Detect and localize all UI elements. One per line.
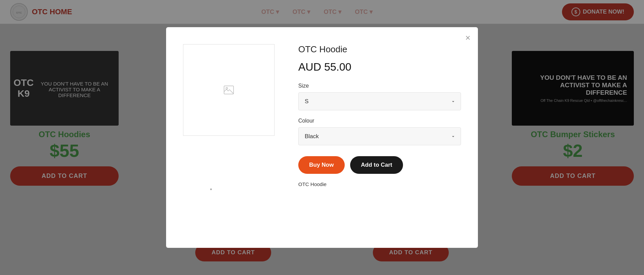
svg-point-3 (226, 88, 228, 89)
modal-image-dot (210, 188, 212, 190)
modal-image-area (183, 44, 285, 231)
colour-select[interactable]: Black White Grey (298, 127, 461, 145)
modal-close-button[interactable]: × (465, 33, 470, 42)
product-modal: × OTC Hoodie AUD 55.00 Size S M L XL 2XL… (166, 27, 478, 248)
modal-buttons-area: Buy Now Add to Cart (298, 156, 461, 174)
buy-now-button[interactable]: Buy Now (298, 156, 345, 174)
size-label: Size (298, 83, 461, 89)
modal-product-title: OTC Hoodie (298, 44, 461, 55)
modal-details: OTC Hoodie AUD 55.00 Size S M L XL 2XL C… (298, 44, 461, 231)
modal-add-to-cart-button[interactable]: Add to Cart (350, 156, 403, 174)
size-select[interactable]: S M L XL 2XL (298, 92, 461, 110)
colour-label: Colour (298, 118, 461, 124)
modal-product-name-footer: OTC Hoodie (298, 181, 461, 187)
modal-image-placeholder (183, 44, 275, 136)
modal-product-price: AUD 55.00 (298, 61, 461, 73)
